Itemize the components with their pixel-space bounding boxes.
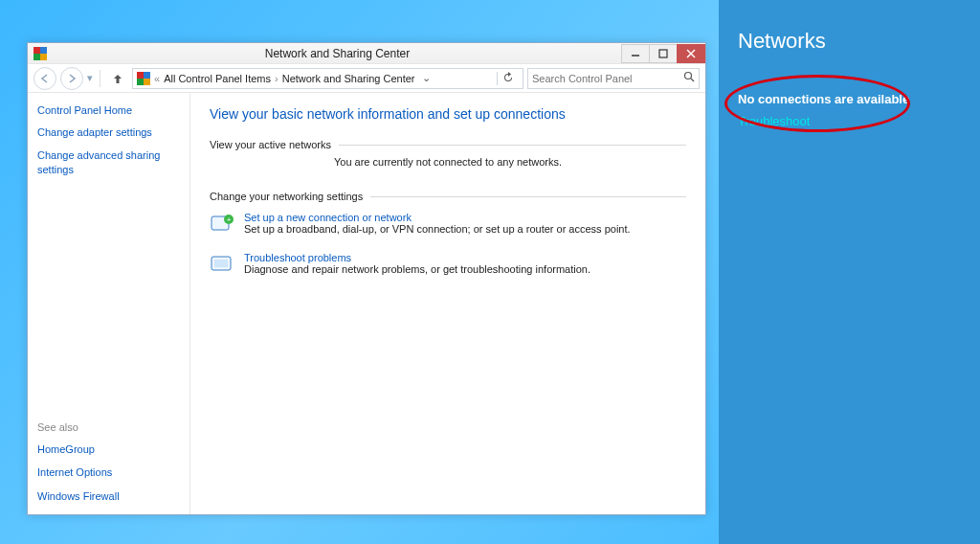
content-heading: View your basic network information and … [210,106,686,122]
breadcrumb-chevron-icon: « [154,73,160,84]
see-also-label: See also [37,421,180,433]
troubleshoot-desc: Diagnose and repair network problems, or… [244,263,590,275]
content-pane: View your basic network information and … [190,93,705,514]
separator [100,70,100,87]
homegroup-link[interactable]: HomeGroup [37,442,180,456]
left-nav: Control Panel Home Change adapter settin… [28,93,190,514]
setup-connection-item: + Set up a new connection or network Set… [210,212,686,237]
divider [339,145,686,146]
window-body: Control Panel Home Change adapter settin… [28,93,705,514]
breadcrumb-dropdown[interactable]: ⌄ [418,72,434,84]
back-button[interactable] [33,67,56,90]
forward-arrow-icon [66,73,78,84]
internet-options-link[interactable]: Internet Options [37,465,180,479]
refresh-icon [502,72,514,83]
troubleshoot-item: Troubleshoot problems Diagnose and repai… [210,252,686,277]
maximize-button[interactable] [649,44,678,63]
breadcrumb-parent[interactable]: All Control Panel Items [164,73,271,84]
network-sharing-window: Network and Sharing Center ▾ « [27,42,706,515]
up-button[interactable] [107,68,128,89]
troubleshoot-link[interactable]: Troubleshoot [738,114,961,128]
active-networks-header: View your active networks [210,139,686,150]
minimize-button[interactable] [621,44,650,63]
search-input[interactable] [532,73,683,84]
maximize-icon [658,49,668,58]
networks-flyout: Networks No connections are available Tr… [719,0,980,544]
network-center-icon [33,47,47,60]
change-advanced-sharing-link[interactable]: Change advanced sharing settings [37,148,180,176]
breadcrumb-current[interactable]: Network and Sharing Center [282,73,415,84]
minimize-icon [631,49,640,58]
change-settings-label: Change your networking settings [210,191,363,202]
svg-text:+: + [227,215,232,224]
svg-line-5 [691,79,694,81]
troubleshoot-icon [210,252,234,277]
window-title: Network and Sharing Center [53,47,622,60]
forward-button[interactable] [60,67,83,90]
divider [370,196,686,197]
svg-rect-1 [659,50,667,57]
up-arrow-icon [111,72,124,85]
search-icon [683,71,695,85]
troubleshoot-problems-link[interactable]: Troubleshoot problems [244,252,590,263]
search-box[interactable] [527,68,700,89]
refresh-button[interactable] [497,72,519,85]
nav-row: ▾ « All Control Panel Items › Network an… [28,64,705,93]
titlebar: Network and Sharing Center [28,43,705,64]
networks-title: Networks [738,29,961,54]
no-networks-text: You are currently not connected to any n… [210,156,686,168]
change-settings-header: Change your networking settings [210,191,686,202]
svg-point-4 [685,73,692,79]
svg-rect-10 [214,260,228,267]
change-adapter-link[interactable]: Change adapter settings [37,125,180,139]
recent-dropdown[interactable]: ▾ [87,72,93,84]
windows-firewall-link[interactable]: Windows Firewall [37,489,180,503]
breadcrumb-chevron-icon: › [275,73,278,84]
close-button[interactable] [677,44,705,63]
close-icon [686,49,696,58]
no-connections-text: No connections are available [738,92,961,106]
control-panel-icon [137,72,150,85]
setup-connection-icon: + [210,212,234,237]
active-networks-label: View your active networks [210,139,331,150]
setup-connection-desc: Set up a broadband, dial-up, or VPN conn… [244,223,631,235]
back-arrow-icon [39,73,51,84]
control-panel-home-link[interactable]: Control Panel Home [37,104,180,116]
breadcrumb[interactable]: « All Control Panel Items › Network and … [132,68,523,89]
setup-connection-link[interactable]: Set up a new connection or network [244,212,631,223]
